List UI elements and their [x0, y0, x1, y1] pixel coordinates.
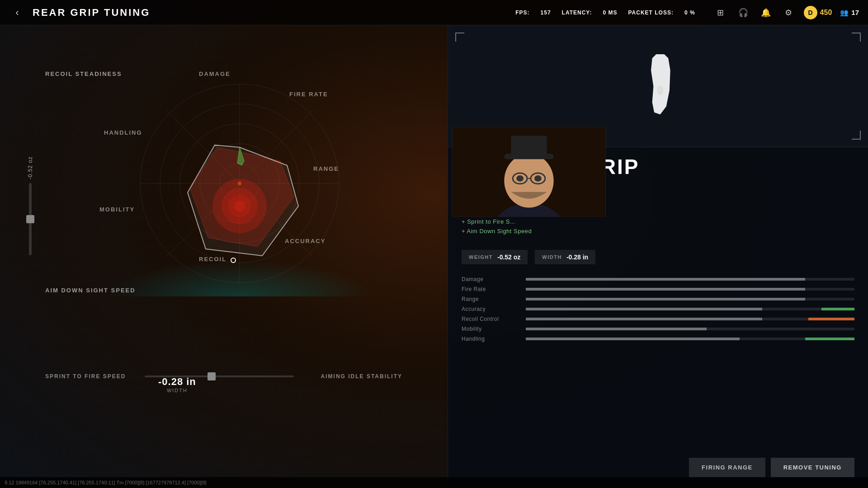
stat-bar-mobility	[526, 328, 854, 330]
weight-value: -0.52 oz	[27, 156, 33, 179]
settings-icon[interactable]: ⚙	[781, 5, 796, 20]
corner-tr	[852, 33, 861, 42]
recoil-steadiness-label: RECOIL STEADINESS	[45, 70, 122, 77]
stat-bar-handling	[526, 338, 854, 340]
debug-coords: 9.12 19849164 [76.255.1740.41] [76:255.1…	[5, 480, 207, 485]
stat-row-recoil: Recoil Control	[462, 316, 854, 322]
stat-fill-accuracy	[526, 308, 762, 310]
stat-row-accuracy: Accuracy	[462, 306, 854, 312]
stat-modifier-accuracy	[821, 308, 854, 310]
remove-tuning-button[interactable]: REMOVE TUNING	[771, 458, 854, 477]
stat-modifier-handling	[805, 338, 854, 340]
stat-bar-range	[526, 298, 854, 300]
stat-row-mobility: Mobility	[462, 326, 854, 332]
friends-value: 17	[851, 9, 859, 16]
packet-loss-label: PACKET LOSS:	[628, 9, 673, 16]
stream-face	[453, 127, 605, 216]
sprint-slider-thumb[interactable]	[208, 372, 216, 380]
stat-bar-damage	[526, 278, 854, 281]
bottom-sliders: SPRINT TO FIRE SPEED AIMING IDLE STABILI…	[45, 373, 402, 380]
stat-fill-handling	[526, 338, 740, 340]
sprint-label: SPRINT TO FIRE SPEED	[45, 373, 136, 380]
weight-tuning-box: WEIGHT -0.52 oz	[462, 250, 528, 264]
width-tuning-label: WIDTH	[542, 254, 562, 260]
currency-icon: D	[804, 6, 817, 19]
corner-br	[852, 131, 861, 140]
grip-image	[631, 50, 685, 122]
stat-fill-damage	[526, 278, 805, 281]
firing-range-button[interactable]: FIRING RANGE	[689, 458, 765, 477]
stat-row-firerate: Fire Rate	[462, 286, 854, 292]
sprint-slider-row: SPRINT TO FIRE SPEED AIMING IDLE STABILI…	[45, 373, 402, 380]
corner-tl	[455, 33, 464, 42]
aim-down-sight-label: AIM DOWN SIGHT SPEED	[45, 287, 136, 294]
bottom-buttons: FIRING RANGE REMOVE TUNING	[689, 458, 854, 477]
stream-overlay	[452, 127, 606, 217]
stat-fill-firerate	[526, 288, 805, 291]
back-button[interactable]: ‹	[9, 5, 25, 21]
stat-row-handling: Handling	[462, 336, 854, 342]
svg-point-20	[504, 154, 553, 207]
tuning-values: WEIGHT -0.52 oz WIDTH -0.28 in	[448, 243, 868, 272]
currency-value: 450	[820, 9, 832, 17]
performance-stats: FPS: 157 LATENCY: 0 MS PACKET LOSS: 0 %	[515, 9, 695, 16]
grid-icon[interactable]: ⊞	[713, 5, 728, 20]
stat-row-range: Range	[462, 296, 854, 302]
stat-bar-accuracy	[526, 308, 854, 310]
weight-thumb[interactable]	[26, 215, 34, 223]
pros-item-1: + Sprint to Fire S...	[462, 218, 854, 225]
currency-display: D 450	[804, 6, 832, 19]
latency-value: 0 MS	[603, 9, 617, 16]
stat-name-handling: Handling	[462, 336, 520, 342]
width-value-big: -0.28 in	[158, 376, 196, 388]
svg-point-26	[534, 175, 542, 182]
stat-row-damage: Damage	[462, 276, 854, 282]
top-icons: ⊞ 🎧 🔔 ⚙ D 450 👥 17	[713, 5, 859, 20]
width-tuning-box: WIDTH -0.28 in	[535, 250, 595, 264]
latency-label: LATENCY:	[562, 9, 592, 16]
svg-point-16	[238, 182, 241, 185]
weight-track[interactable]	[29, 183, 32, 255]
weight-tuning-label: WEIGHT	[469, 254, 493, 260]
fps-label: FPS:	[515, 9, 529, 16]
svg-point-25	[516, 175, 524, 182]
stat-name-firerate: Fire Rate	[462, 286, 520, 292]
packet-loss-value: 0 %	[684, 9, 695, 16]
debug-bar: 9.12 19849164 [76.255.1740.41] [76:255.1…	[0, 477, 868, 488]
friends-display: 👥 17	[840, 9, 859, 17]
right-panel: TRUE TAC GRIP A smooth rubbe... PROS + S…	[448, 25, 868, 488]
svg-point-17	[657, 85, 663, 95]
stat-fill-range	[526, 298, 805, 300]
width-value-display: -0.28 in WIDTH	[158, 376, 196, 393]
radar-chart	[127, 70, 353, 296]
stat-fill-mobility	[526, 328, 707, 330]
stat-bar-recoil	[526, 318, 854, 320]
weight-tuning-value: -0.52 oz	[497, 253, 520, 261]
weight-slider[interactable]: -0.52 oz	[27, 156, 33, 255]
width-tuning-value: -0.28 in	[566, 253, 588, 261]
fps-value: 157	[541, 9, 551, 16]
stat-name-accuracy: Accuracy	[462, 306, 520, 312]
stat-name-damage: Damage	[462, 276, 520, 282]
left-panel: DAMAGE FIRE RATE RANGE ACCURACY RECOIL M…	[0, 25, 448, 488]
aiming-idle-label: AIMING IDLE STABILITY	[303, 373, 402, 380]
width-label: WIDTH	[158, 388, 196, 393]
stat-bar-firerate	[526, 288, 854, 291]
stats-section: Damage Fire Rate Range Accuracy	[448, 272, 868, 350]
page-title: REAR GRIP TUNING	[33, 7, 515, 19]
headset-icon[interactable]: 🎧	[736, 5, 750, 20]
friends-icon: 👥	[840, 9, 849, 17]
top-bar: ‹ REAR GRIP TUNING FPS: 157 LATENCY: 0 M…	[0, 0, 868, 25]
stat-name-recoil: Recoil Control	[462, 316, 520, 322]
pros-item-2: + Aim Down Sight Speed	[462, 228, 854, 235]
bell-icon[interactable]: 🔔	[759, 5, 773, 20]
stat-name-range: Range	[462, 296, 520, 302]
stat-fill-recoil	[526, 318, 762, 320]
stat-modifier-recoil	[808, 318, 854, 320]
stat-name-mobility: Mobility	[462, 326, 520, 332]
svg-rect-22	[511, 136, 547, 155]
